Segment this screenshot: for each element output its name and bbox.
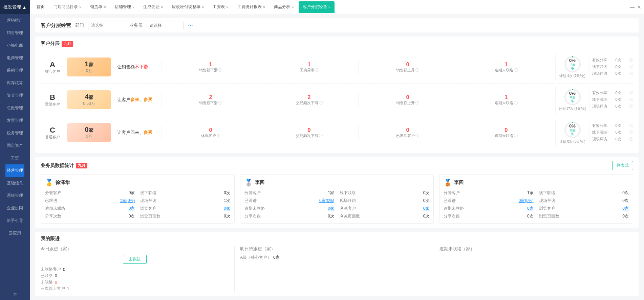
- biz-link[interactable]: 0家: [622, 206, 629, 211]
- window-close-icon[interactable]: ✕: [637, 4, 641, 10]
- sidebar-item-总账管理[interactable]: 总账管理: [5, 102, 24, 114]
- tab-门店商品目录[interactable]: 门店商品目录×: [49, 1, 85, 13]
- tab-close-btn[interactable]: ×: [226, 5, 228, 9]
- page-title: 客户分层经营: [41, 22, 71, 29]
- sidebar-settings[interactable]: ⚙: [0, 289, 30, 300]
- window-minimize-icon[interactable]: —: [630, 4, 635, 10]
- biz-val: 0次: [622, 198, 629, 204]
- tab-close-btn[interactable]: ×: [292, 5, 294, 9]
- stat-item[interactable]: 0逾期未联络 ⓘ: [457, 126, 555, 140]
- sidebar-item-营销推广[interactable]: 营销推广: [5, 14, 24, 27]
- biz-val: 0家(0%): [319, 198, 334, 204]
- tab-工资表[interactable]: 工资表×: [209, 1, 232, 13]
- biz-title-text: 业务员数据统计: [41, 163, 74, 169]
- circle-text: 0% 已联络: [568, 91, 577, 103]
- biz-card-徐泽华: 🥇 徐泽华 分管客户0家线下联络0次已跟进1家(0%)现场拜访1次逾期未联络0家…: [41, 174, 235, 224]
- tab-close-btn[interactable]: ×: [328, 5, 330, 9]
- sidebar-item-资金管理[interactable]: 资金管理: [5, 89, 24, 102]
- tab-客户分层经营[interactable]: 客户分层经营×: [299, 1, 335, 13]
- stat-label: 逾期未联络 ⓘ: [460, 133, 553, 138]
- stat-item[interactable]: 2销售额下滑 ⓘ: [161, 93, 260, 107]
- biz-link[interactable]: 1家(0%): [120, 198, 135, 203]
- side-stat-key: 有效分享: [592, 90, 607, 96]
- side-stat-val: 0次: [615, 129, 621, 136]
- biz-link[interactable]: 0家(0%): [519, 198, 534, 203]
- more-filters-btn[interactable]: ···: [188, 22, 193, 29]
- biz-link[interactable]: 0家: [224, 206, 230, 211]
- tab-close-btn[interactable]: ×: [104, 5, 106, 9]
- info-icon: ⓘ: [629, 64, 633, 70]
- dept-select[interactable]: [88, 22, 125, 29]
- stat-item[interactable]: 1逾期未联络 ⓘ: [457, 93, 555, 107]
- sidebar-item-税务管理[interactable]: 税务管理: [5, 127, 24, 139]
- side-stats-B: 有效分享0次ⓘ线下联络0次ⓘ现场拜访0次ⓘ: [589, 90, 633, 110]
- sidebar-item-库存核算[interactable]: 库存核算: [5, 77, 24, 89]
- sidebar-item-工资[interactable]: 工资: [5, 152, 24, 164]
- tab-销货单[interactable]: 销货单×: [86, 1, 110, 13]
- biz-link[interactable]: 0家(0%): [319, 198, 334, 203]
- side-stat-row: 有效分享0次ⓘ: [592, 90, 633, 96]
- biz-row: 已跟进0家(0%): [444, 198, 533, 204]
- tab-close-btn[interactable]: ×: [263, 5, 265, 9]
- side-stat-val: 0次: [615, 57, 621, 64]
- side-stat-val: 0次: [615, 96, 621, 103]
- tier-stats-A: 1销售额下滑 ⓘ1回购异常 ⓘ0销售额上升 ⓘ1逾期未联络 ⓘ: [161, 60, 555, 74]
- stat-item[interactable]: 0交易频次下滑 ⓘ: [260, 126, 358, 140]
- stat-item[interactable]: 1逾期未联络 ⓘ: [457, 60, 555, 74]
- stat-item[interactable]: 0休眠客户 ⓘ: [161, 126, 260, 140]
- biz-row: 浏览页面数0次: [539, 213, 629, 219]
- goto-follow-btn[interactable]: 去跟进: [123, 255, 147, 264]
- biz-val: 0次: [527, 213, 534, 219]
- stat-item[interactable]: 0销售额上升 ⓘ: [358, 60, 457, 74]
- biz-key: 逾期未联络: [444, 206, 464, 211]
- biz-select[interactable]: [147, 22, 184, 29]
- sidebar-item-经营管理[interactable]: 经营管理: [5, 164, 24, 177]
- stat-label: 逾期未联络 ⓘ: [460, 68, 553, 73]
- tab-工资统计报表[interactable]: 工资统计报表×: [233, 1, 269, 13]
- sidebar-item-基础信息[interactable]: 基础信息: [5, 177, 24, 189]
- list-view-btn[interactable]: 列表式: [612, 161, 633, 170]
- biz-link[interactable]: 0家: [423, 206, 430, 211]
- follow-today-row: 未联络客户0: [41, 267, 229, 272]
- biz-link[interactable]: 0家: [527, 206, 534, 211]
- stat-item[interactable]: 1回购异常 ⓘ: [260, 60, 358, 74]
- tab-close-btn[interactable]: ×: [202, 5, 204, 9]
- tab-生成凭证[interactable]: 生成凭证×: [139, 1, 167, 13]
- stat-item[interactable]: 0已激活客户 ⓘ: [358, 126, 457, 140]
- sidebar-item-采购管理[interactable]: 采购管理: [5, 64, 24, 77]
- biz-row: 浏览页面数0次: [340, 213, 429, 219]
- biz-link[interactable]: 0家: [328, 206, 334, 211]
- biz-stats-section: 业务员数据统计 九月 列表式 🥇 徐泽华 分管客户0家线下联络0次已跟进1家(0…: [35, 157, 639, 228]
- biz-row: 线下联络0次: [140, 190, 230, 196]
- sidebar-item-固定资产[interactable]: 固定资产: [5, 139, 24, 152]
- tab-close-btn[interactable]: ×: [132, 5, 134, 9]
- sidebar-item-发票管理[interactable]: 发票管理: [5, 114, 24, 127]
- sidebar-item-系统管理[interactable]: 系统管理: [5, 189, 24, 202]
- info-icon: ⓘ: [629, 103, 633, 110]
- sidebar-header[interactable]: 批发管理 ▲: [0, 0, 30, 14]
- tier-slogan-highlight: 多来、多买: [130, 97, 152, 102]
- sidebar-item-电商管理[interactable]: 电商管理: [5, 52, 24, 64]
- stat-item[interactable]: 1销售额下滑 ⓘ: [161, 60, 260, 74]
- biz-link[interactable]: 0家: [129, 206, 135, 211]
- biz-val: 0家: [129, 190, 135, 196]
- biz-row: 分管客户1家: [244, 190, 334, 196]
- tab-label: 门店商品目录: [53, 4, 78, 10]
- sidebar-item-云应用[interactable]: 云应用: [5, 227, 24, 239]
- side-stat-val: 0次: [615, 136, 621, 143]
- sidebar-item-销售管理[interactable]: 销售管理: [5, 27, 24, 39]
- medal-icon: 🥉: [444, 179, 452, 187]
- tab-close-btn[interactable]: ×: [161, 5, 163, 9]
- stat-item[interactable]: 0销售额上升 ⓘ: [358, 93, 457, 107]
- sidebar-item-新手引导[interactable]: 新手引导: [5, 214, 24, 227]
- tab-店铺管理[interactable]: 店铺管理×: [111, 1, 138, 13]
- tab-首页[interactable]: 首页: [33, 1, 49, 13]
- tab-商品分析[interactable]: 商品分析×: [270, 1, 298, 13]
- tab-应收应付调整单[interactable]: 应收应付调整单×: [168, 1, 208, 13]
- biz-row: 浏览客户0家: [140, 206, 230, 211]
- circle-stat-B: 0% 已联络 计划 17次 (7天/次): [555, 87, 589, 113]
- stat-item[interactable]: 2交易频次下滑 ⓘ: [260, 93, 358, 107]
- tab-close-btn[interactable]: ×: [79, 5, 81, 9]
- sidebar-item-企业协同[interactable]: 企业协同: [5, 202, 24, 214]
- sidebar-item-小畅电商[interactable]: 小畅电商: [5, 39, 24, 52]
